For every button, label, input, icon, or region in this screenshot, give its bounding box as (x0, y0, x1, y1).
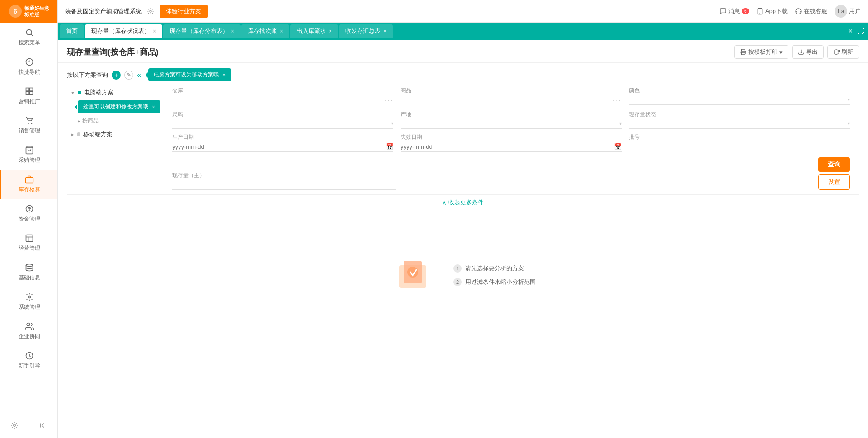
sidebar-label-base: 基础信息 (19, 274, 40, 282)
sidebar-item-marketing[interactable]: 营销推广 (0, 81, 57, 111)
app-download-button[interactable]: App下载 (756, 7, 788, 15)
sidebar-item-system[interactable]: 系统管理 (0, 287, 57, 316)
sidebar-item-purchase[interactable]: 采购管理 (0, 140, 57, 170)
filter-origin: 产地 ▾ (401, 111, 622, 129)
exp-date-start-input[interactable] (401, 143, 611, 150)
size-input-wrap: ▾ (172, 120, 393, 129)
stock-qty-min-input[interactable] (172, 181, 278, 188)
size-dropdown-icon[interactable]: ▾ (391, 121, 393, 126)
color-input-wrap: ▾ (629, 96, 850, 105)
tab-stock-dist[interactable]: 现存量（库存分布表） × (163, 24, 241, 38)
color-input[interactable] (629, 96, 846, 103)
filter-collapse-button[interactable]: ∧ 收起更多条件 (67, 194, 859, 210)
filter-row-3: 生产日期 📅 失效日期 📅 (163, 133, 859, 156)
sidebar-item-collab[interactable]: 企业协同 (0, 316, 57, 346)
plan-item-pc[interactable]: ▼ 电脑端方案 (71, 87, 148, 99)
sidebar-label-ops: 经营管理 (19, 245, 40, 252)
sidebar-label-marketing: 营销推广 (19, 98, 40, 105)
tab-stock-status-close[interactable]: × (153, 28, 156, 34)
origin-input[interactable] (401, 120, 618, 127)
sidebar-item-ops[interactable]: 经营管理 (0, 228, 57, 258)
filter-add-button[interactable]: + (112, 71, 121, 80)
warehouse-input[interactable] (172, 97, 383, 104)
empty-svg-icon (390, 252, 435, 297)
size-input[interactable] (172, 120, 389, 127)
sidebar-item-quicknav[interactable]: 快捷导航 (0, 52, 57, 81)
stock-status-dropdown-icon[interactable]: ▾ (848, 121, 850, 126)
tooltip-pc-close[interactable]: × (222, 72, 226, 78)
settings-bottom-icon[interactable] (9, 419, 20, 433)
prod-date-start-input[interactable] (172, 143, 383, 150)
range-separator: — (281, 181, 287, 188)
ops-icon (25, 234, 34, 243)
collapse-sidebar-icon[interactable] (37, 419, 49, 433)
svg-rect-15 (26, 235, 33, 242)
plan-list: ▼ 电脑端方案 这里可以创建和修改方案哦 × (67, 87, 148, 140)
refresh-button[interactable]: 刷新 (827, 45, 859, 59)
template-print-button[interactable]: 按模板打印 ▾ (734, 45, 788, 59)
plan-item-mobile[interactable]: ▶ 移动端方案 (71, 128, 148, 140)
goods-input[interactable] (401, 97, 611, 104)
step1-number: 1 (453, 264, 462, 273)
goods-input-wrap: ··· (401, 96, 622, 106)
tab-recv-summary[interactable]: 收发存汇总表 × (339, 24, 393, 38)
filter-edit-button[interactable]: ✎ (124, 71, 133, 80)
industry-button[interactable]: 体验行业方案 (160, 5, 208, 18)
tab-stock-dist-close[interactable]: × (231, 28, 234, 34)
sidebar-item-inventory[interactable]: 库存核算 (0, 170, 57, 199)
tab-batch-ledger[interactable]: 库存批次账 × (241, 24, 289, 38)
sidebar-label-quicknav: 快捷导航 (19, 68, 40, 76)
warehouse-label: 仓库 (172, 87, 393, 94)
sidebar-item-finance[interactable]: 资金管理 (0, 199, 57, 228)
origin-dropdown-icon[interactable]: ▾ (619, 121, 622, 126)
tooltip-create-close[interactable]: × (152, 104, 155, 110)
filter-back-button[interactable]: « (137, 71, 141, 79)
tab-batch-ledger-label: 库存批次账 (248, 27, 277, 35)
fullscreen-button[interactable]: ⛶ (855, 25, 866, 37)
pc-sub-item[interactable]: ▸按商品 (78, 117, 148, 125)
filter-warehouse: 仓库 ··· (172, 87, 393, 106)
messages-button[interactable]: 消息 6 (719, 7, 749, 15)
reset-button[interactable]: 设置 (818, 174, 850, 190)
color-dropdown-icon[interactable]: ▾ (848, 97, 850, 102)
tab-home[interactable]: 首页 (60, 24, 84, 38)
filter-fields: 仓库 ··· 商品 ··· (163, 87, 859, 194)
prod-date-start-calendar-icon[interactable]: 📅 (386, 143, 393, 150)
collapse-label: 收起更多条件 (448, 198, 484, 207)
sidebar-item-guide[interactable]: 新手引导 (0, 346, 57, 375)
sidebar-item-search[interactable]: 搜索菜单 (0, 23, 57, 52)
goods-dots[interactable]: ··· (613, 96, 622, 104)
size-label: 尺码 (172, 111, 393, 118)
page-header: 现存量查询(按仓库+商品) 按模板打印 ▾ 导出 刷新 (58, 40, 868, 62)
tab-recv-summary-close[interactable]: × (383, 28, 387, 34)
svg-marker-5 (28, 60, 30, 62)
warehouse-dots[interactable]: ··· (385, 96, 393, 104)
app-download-label: App下载 (765, 7, 788, 15)
step1-text: 请先选择要分析的方案 (465, 264, 524, 273)
messages-label: 消息 (728, 7, 740, 15)
batch-no-input[interactable] (629, 143, 850, 150)
support-button[interactable]: 在线客服 (795, 7, 827, 15)
query-button[interactable]: 查询 (818, 157, 850, 172)
tab-batch-ledger-close[interactable]: × (280, 28, 283, 34)
export-button[interactable]: 导出 (792, 45, 824, 59)
stock-status-input-wrap: ▾ (629, 120, 850, 129)
tab-inout-flow-label: 出入库流水 (297, 27, 326, 35)
sidebar-item-sales[interactable]: 销售管理 (0, 111, 57, 140)
user-menu[interactable]: Ea 用户 (835, 5, 861, 18)
system-settings-icon[interactable] (147, 8, 154, 15)
stock-qty-max-input[interactable] (290, 181, 396, 188)
tab-inout-flow[interactable]: 出入库流水 × (290, 24, 338, 38)
sidebar-item-base[interactable]: 基础信息 (0, 258, 57, 287)
mobile-icon (756, 8, 764, 15)
close-all-tabs-button[interactable]: × (847, 25, 854, 37)
svg-rect-25 (758, 8, 762, 14)
tab-bar: 首页 现存量（库存状况表） × 现存量（库存分布表） × 库存批次账 × 出入库… (58, 23, 868, 40)
svg-text:6: 6 (14, 8, 17, 15)
tab-stock-status[interactable]: 现存量（库存状况表） × (85, 24, 162, 38)
stock-status-input[interactable] (629, 120, 846, 127)
base-icon (25, 263, 34, 272)
exp-date-calendar-icon[interactable]: 📅 (614, 143, 622, 150)
tab-inout-flow-close[interactable]: × (329, 28, 332, 34)
collapse-icon: ∧ (442, 199, 447, 206)
